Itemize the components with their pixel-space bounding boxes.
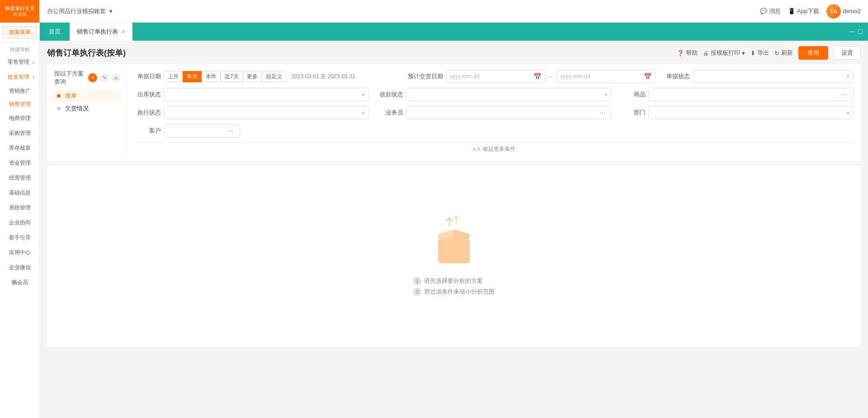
order-status-select[interactable]: ▾	[693, 70, 854, 83]
order-status-label: 单据状态	[663, 72, 690, 81]
sidebar-item-system[interactable]: 系统管理	[0, 200, 39, 215]
chevron-right-icon: ▸	[33, 60, 35, 65]
sidebar-item-enterprise-coop[interactable]: 企业协同	[0, 215, 39, 230]
period-current-month[interactable]: 本月	[183, 71, 202, 82]
sidebar-item-basic[interactable]: 基础信息	[0, 185, 39, 200]
order-status-field: 单据状态 ▾	[663, 70, 854, 83]
add-scheme-button[interactable]: +	[88, 73, 97, 82]
filter-row-4: 客户 ···	[134, 124, 854, 138]
empty-hint-1: 1 请先选择要分析的方案	[413, 277, 495, 285]
goods-more-icon[interactable]: ···	[840, 90, 849, 99]
app-download-button[interactable]: 📱 App下载	[788, 7, 819, 15]
customer-more-icon[interactable]: ···	[226, 127, 236, 135]
goods-label: 商品	[618, 90, 646, 99]
execution-status-select[interactable]: ▾	[164, 106, 369, 119]
sidebar-subitem-marketing[interactable]: 营销推广	[0, 85, 39, 98]
sidebar-item-purchase[interactable]: 采购管理	[0, 126, 39, 141]
active-dot-icon	[57, 94, 61, 98]
delivery-status-label: 出库状态	[134, 90, 161, 99]
period-current-year[interactable]: 本年	[202, 71, 221, 82]
settings-button[interactable]: 设置	[834, 46, 861, 60]
sidebar-item-member[interactable]: 畅会员	[0, 275, 39, 290]
sidebar-item-ecommerce[interactable]: 电商管理	[0, 111, 39, 126]
export-button[interactable]: ⬇ 导出	[750, 49, 769, 57]
expected-end-input[interactable]: yyyy-mm-dd 📅	[557, 70, 656, 83]
refresh-icon: ↻	[774, 50, 779, 57]
salesperson-label: 业务员	[376, 109, 403, 117]
sidebar-item-retail[interactable]: 零售管理 ▸	[0, 55, 39, 70]
select-arrow-icon: ▾	[847, 74, 849, 80]
sidebar-item-new-guide[interactable]: 新手引导	[0, 230, 39, 245]
download-icon: 📱	[788, 8, 795, 14]
minimize-icon[interactable]: ─	[849, 28, 854, 36]
customer-input[interactable]: ···	[164, 124, 240, 138]
content-area: 销售订单执行表(按单) ❓ 帮助 🖨 按模板打印 ▾ ⬇ 导出 ↻ 刷新	[40, 41, 868, 418]
message-label: 消息	[769, 7, 781, 15]
department-select[interactable]: ▾	[648, 106, 854, 119]
expected-start-input[interactable]: yyyy-mm-dd 📅	[446, 70, 545, 83]
sidebar-item-funds[interactable]: 资金管理	[0, 156, 39, 171]
date-range-display: 2023-03-01 至 2023-03-31	[292, 73, 355, 81]
period-last-month[interactable]: 上月	[164, 71, 183, 82]
sidebar-item-enterprise-wechat[interactable]: 企业微信	[0, 260, 39, 275]
sidebar-search-section: 搜索菜单	[0, 23, 39, 43]
select-arrow-icon: ▾	[604, 92, 607, 98]
edit-scheme-button[interactable]: ✎	[100, 73, 109, 82]
tab-home[interactable]: 首页	[40, 23, 70, 41]
sidebar-item-ops[interactable]: 经营管理	[0, 171, 39, 185]
search-menu-button[interactable]: 搜索菜单	[3, 26, 37, 38]
collapse-sidebar-button[interactable]: «	[112, 73, 121, 82]
period-buttons: 上月 本月 本年 近7天 更多 自定义	[164, 71, 286, 82]
salesperson-more-icon[interactable]: ···	[598, 109, 607, 117]
department-field: 部门 ▾	[618, 106, 854, 119]
scheme-item-shortage[interactable]: 欠货情况	[54, 102, 121, 115]
page-actions: ❓ 帮助 🖨 按模板打印 ▾ ⬇ 导出 ↻ 刷新 查询 设置	[677, 46, 861, 60]
collection-status-select[interactable]: ▾	[406, 88, 611, 101]
goods-field: 商品 ···	[618, 88, 854, 101]
help-button[interactable]: ❓ 帮助	[677, 49, 698, 57]
period-last-7-days[interactable]: 近7天	[221, 71, 243, 82]
sub-item-label: 营销推广	[9, 87, 31, 95]
top-bar-left: 办公用品行业模拟账套 ▾	[47, 7, 113, 15]
maximize-icon[interactable]: □	[858, 28, 863, 36]
delivery-status-select[interactable]: ▾	[164, 88, 369, 101]
expected-delivery-field: 预计交货日期 yyyy-mm-dd 📅 — yyyy-mm-dd 📅	[408, 70, 656, 83]
top-bar-right: 💬 消息 📱 App下载 Ea demo2	[760, 4, 861, 19]
query-button[interactable]: 查询	[798, 46, 828, 60]
date-placeholder-end: yyyy-mm-dd	[561, 73, 590, 80]
goods-input[interactable]: ···	[648, 88, 854, 101]
main-area: 办公用品行业模拟账套 ▾ 💬 消息 📱 App下载 Ea demo2 首页	[40, 0, 868, 418]
sidebar-item-wholesale[interactable]: 批发管理 ▾	[0, 70, 39, 85]
collapse-button[interactable]: ∧∧ 收起更多条件	[134, 142, 854, 156]
sub-item-label: 销售管理	[9, 100, 31, 108]
refresh-button[interactable]: ↻ 刷新	[774, 49, 793, 57]
help-icon: ❓	[677, 50, 684, 57]
user-menu[interactable]: Ea demo2	[826, 4, 861, 19]
sidebar-item-inventory[interactable]: 库存核算	[0, 141, 39, 156]
filter-layout: 按以下方案查询 + ✎ « 按单 欠货情况	[54, 70, 854, 156]
collapse-up-icon: ∧∧	[472, 146, 482, 152]
avatar: Ea	[826, 4, 841, 19]
salesperson-input[interactable]: ···	[406, 106, 611, 119]
active-tab-label: 销售订单执行表	[77, 28, 118, 36]
sidebar-item-app-center[interactable]: 应用中心	[0, 245, 39, 260]
sidebar-subitem-sales[interactable]: 销售管理	[0, 98, 39, 111]
select-arrow-icon: ▾	[847, 110, 849, 116]
period-more[interactable]: 更多	[243, 71, 262, 82]
period-custom[interactable]: 自定义	[262, 71, 286, 82]
app-subtitle: 标准版	[13, 11, 27, 18]
scheme-item-by-order[interactable]: 按单	[54, 90, 121, 102]
breadcrumb-arrow-icon: ▾	[109, 8, 113, 14]
username-label: demo2	[843, 8, 861, 14]
tab-close-icon[interactable]: ×	[122, 28, 125, 35]
message-button[interactable]: 💬 消息	[760, 7, 781, 15]
filter-row-2: 出库状态 ▾ 收款状态 ▾	[134, 88, 854, 101]
department-label: 部门	[618, 109, 646, 117]
svg-marker-1	[438, 229, 454, 238]
empty-svg	[427, 214, 481, 268]
filter-main: 单据日期 上月 本月 本年 近7天 更多 自定义 2023-03-01 至 20…	[127, 70, 854, 156]
empty-illustration	[427, 214, 481, 268]
print-button[interactable]: 🖨 按模板打印 ▾	[703, 49, 745, 57]
tab-active-sales-order[interactable]: 销售订单执行表 ×	[70, 23, 132, 41]
customer-field: 客户 ···	[134, 124, 240, 138]
